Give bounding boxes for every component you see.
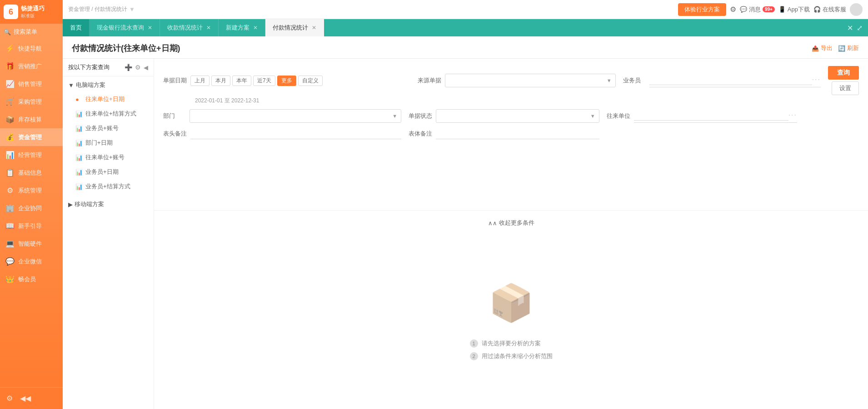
tab-new-scheme[interactable]: 新建方案✕ <box>219 19 265 36</box>
sidebar-search[interactable]: 🔍 搜索菜单 <box>0 24 63 40</box>
sidebar-item-hardware[interactable]: 💻智能硬件 <box>0 235 63 252</box>
sidebar-item-enterprise[interactable]: 🏢企业协同 <box>0 199 63 217</box>
service-icon: 🎧 <box>813 6 821 13</box>
industry-btn[interactable]: 体验行业方案 <box>678 3 726 16</box>
sidebar-item-member[interactable]: 👑畅会员 <box>0 270 63 288</box>
empty-tips: 1 请先选择要分析的方案 2 用过滤条件来缩小分析范围 <box>470 339 553 360</box>
sidebar-item-inventory[interactable]: 📦库存核算 <box>0 111 63 128</box>
tab-payment-stats[interactable]: 付款情况统计✕ <box>265 19 324 36</box>
dept-filter-group: 部门 ▼ <box>163 109 401 123</box>
sidebar-item-weixin[interactable]: 💬企业微信 <box>0 252 63 270</box>
tab-receipt-stats[interactable]: 收款情况统计✕ <box>160 19 219 36</box>
table-header-note-group: 表头备注 <box>163 128 401 139</box>
scheme-settings-btn[interactable]: ⚙ <box>135 64 141 71</box>
scheme-label-dept-date: 部门+日期 <box>85 139 113 147</box>
date-range-text: 2022-01-01 至 2022-12-31 <box>195 97 259 104</box>
fullscreen-btn[interactable]: ⤢ <box>857 24 863 32</box>
sidebar-icon-enterprise: 🏢 <box>5 204 15 212</box>
refresh-label: 刷新 <box>847 44 859 52</box>
table-body-note-label: 表体备注 <box>409 130 432 138</box>
page-header-actions: 📤 导出 🔄 刷新 <box>812 44 859 52</box>
scheme-group-header-mobile[interactable]: ▶ 移动端方案 <box>63 197 154 211</box>
content-body: 按以下方案查询 ➕ ⚙ ◀ ▼ 电脑端方案 ●往来单位+日期📊往来单位+结算方式… <box>63 59 868 409</box>
sidebar-label-system: 系统管理 <box>18 187 42 195</box>
tab-close-payment-stats[interactable]: ✕ <box>312 25 316 31</box>
query-btn[interactable]: 查询 <box>828 66 859 80</box>
sidebar-label-sales: 销售管理 <box>18 80 42 88</box>
scheme-label-staff-settle: 业务员+结算方式 <box>85 182 130 191</box>
scheme-item-staff-account[interactable]: 📊业务员+账号 <box>63 121 154 136</box>
sidebar-label-inventory: 库存核算 <box>18 116 42 124</box>
scheme-label-staff-account: 业务员+账号 <box>85 124 119 132</box>
source-select[interactable]: ▼ <box>445 74 615 87</box>
date-this-year-btn[interactable]: 本年 <box>232 76 251 86</box>
sidebar-brand: 畅捷通巧 标准版 <box>21 5 45 19</box>
action-btns: 查询 设置 <box>828 66 859 95</box>
date-last-month-btn[interactable]: 上月 <box>190 76 210 86</box>
sidebar-label-purchase: 采购管理 <box>18 98 42 106</box>
staff-dots-btn[interactable]: ··· <box>812 76 821 84</box>
export-btn[interactable]: 📤 导出 <box>812 44 833 52</box>
partner-filter-group: 往来单位 ··· <box>607 110 797 123</box>
tab-home[interactable]: 首页 <box>63 19 90 36</box>
refresh-btn[interactable]: 🔄 刷新 <box>838 44 859 52</box>
add-scheme-btn[interactable]: ➕ <box>125 64 132 71</box>
sidebar-item-guide[interactable]: 📖新手引导 <box>0 217 63 235</box>
bill-status-select[interactable]: ▼ <box>436 109 599 123</box>
message-btn[interactable]: 💬 消息 99+ <box>740 5 775 14</box>
staff-input[interactable] <box>649 74 812 85</box>
header-settings-icon[interactable]: ⚙ <box>730 5 736 14</box>
online-service-btn[interactable]: 🎧 在线客服 <box>813 5 846 14</box>
date-more-btn[interactable]: 更多 <box>277 76 296 86</box>
scheme-item-unit-settle[interactable]: 📊往来单位+结算方式 <box>63 106 154 121</box>
partner-dots-btn[interactable]: ··· <box>788 111 797 119</box>
sidebar-item-marketing[interactable]: 🎁营销推广 <box>0 57 63 75</box>
scheme-item-staff-date[interactable]: 📊业务员+日期 <box>63 165 154 179</box>
sidebar-item-operation[interactable]: 📊经营管理 <box>0 146 63 164</box>
sidebar-item-basic-info[interactable]: 📋基础信息 <box>0 164 63 182</box>
sidebar-item-purchase[interactable]: 🛒采购管理 <box>0 93 63 111</box>
tip-number-2: 2 <box>470 352 478 360</box>
scheme-item-dept-date[interactable]: 📊部门+日期 <box>63 136 154 150</box>
date-custom-btn[interactable]: 自定义 <box>298 76 323 86</box>
app-download-btn[interactable]: 📱 App下载 <box>778 5 810 14</box>
sidebar-label-guide: 新手引导 <box>18 222 42 230</box>
table-header-note-input[interactable] <box>190 128 401 139</box>
tabs-right-actions: ✕ ⤢ <box>842 19 868 36</box>
tab-bank-flow[interactable]: 现金银行流水查询✕ <box>90 19 160 36</box>
tab-label-home: 首页 <box>70 24 82 32</box>
main-area: 资金管理 / 付款情况统计 ▼ 体验行业方案 ⚙ 💬 消息 99+ 📱 App下… <box>63 0 868 409</box>
tab-close-receipt-stats[interactable]: ✕ <box>206 25 211 31</box>
scheme-item-unit-date[interactable]: ●往来单位+日期 <box>63 92 154 106</box>
settings-display-btn[interactable]: 设置 <box>832 81 859 95</box>
scheme-group-header-desktop[interactable]: ▼ 电脑端方案 <box>63 78 154 92</box>
staff-input-area: ··· <box>649 74 821 87</box>
sidebar-item-quick-nav[interactable]: ⚡快捷导航 <box>0 40 63 57</box>
scheme-collapse-btn[interactable]: ◀ <box>144 64 148 71</box>
tab-close-new-scheme[interactable]: ✕ <box>253 25 258 31</box>
collapse-sidebar-btn[interactable]: ◀◀ <box>18 392 33 404</box>
empty-state: 📦 1 请先选择要分析的方案 2 用过滤条件来缩小分析范围 <box>154 236 868 409</box>
collapse-icon: ∧∧ <box>488 220 497 227</box>
dept-select[interactable]: ▼ <box>190 109 401 123</box>
tab-close-bank-flow[interactable]: ✕ <box>148 25 152 31</box>
sidebar-item-finance[interactable]: 💰资金管理 <box>0 128 63 146</box>
sidebar-icon-operation: 📊 <box>5 151 15 159</box>
sidebar-item-system[interactable]: ⚙系统管理 <box>0 182 63 199</box>
scheme-group-chevron: ▼ <box>68 82 74 89</box>
settings-footer-icon[interactable]: ⚙ <box>5 392 15 404</box>
scheme-icon-staff-account: 📊 <box>75 125 83 132</box>
scheme-label-unit-date: 往来单位+日期 <box>85 95 125 103</box>
scheme-item-unit-account[interactable]: 📊往来单位+账号 <box>63 150 154 165</box>
collapse-more-btn[interactable]: ∧∧ 收起更多条件 <box>484 215 538 231</box>
user-avatar[interactable] <box>850 3 863 16</box>
scheme-item-staff-settle[interactable]: 📊业务员+结算方式 <box>63 179 154 194</box>
partner-input[interactable] <box>634 110 788 121</box>
partner-label: 往来单位 <box>607 112 630 120</box>
scheme-group-label-mobile: 移动端方案 <box>75 200 104 208</box>
date-this-month-btn[interactable]: 本月 <box>211 76 230 86</box>
close-tab-btn[interactable]: ✕ <box>847 24 853 32</box>
date-7days-btn[interactable]: 近7天 <box>253 76 275 86</box>
table-body-note-input[interactable] <box>436 128 599 139</box>
sidebar-item-sales[interactable]: 📈销售管理 <box>0 75 63 93</box>
